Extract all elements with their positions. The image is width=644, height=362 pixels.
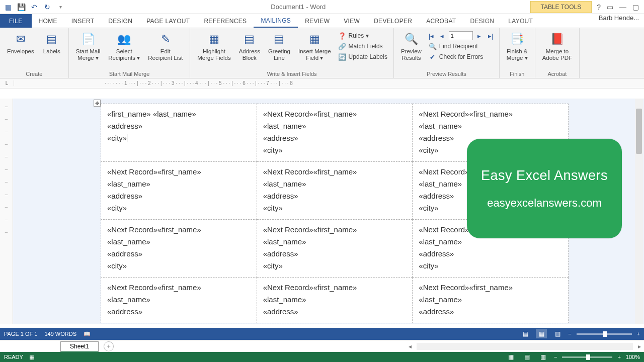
page-indicator[interactable]: PAGE 1 OF 1 bbox=[4, 331, 37, 337]
text-cursor: «city» bbox=[107, 134, 127, 142]
tab-developer[interactable]: DEVELOPER bbox=[367, 14, 419, 28]
label-cell: «Next Record»«first_name»«last_name»«add… bbox=[413, 278, 569, 323]
tab-mailings[interactable]: MAILINGS bbox=[254, 14, 298, 28]
help-icon[interactable]: ? bbox=[597, 3, 601, 11]
horizontal-ruler[interactable]: · · · · · · · 1 · · · | · · · 2 · · · | … bbox=[14, 80, 644, 86]
excel-zoom-thumb[interactable] bbox=[586, 354, 590, 360]
tab-insert[interactable]: INSERT bbox=[64, 14, 102, 28]
normal-view-icon[interactable]: ▦ bbox=[506, 352, 517, 361]
find-recipient-button[interactable]: 🔍Find Recipient bbox=[427, 42, 495, 51]
minimize-icon[interactable]: — bbox=[619, 3, 626, 11]
tab-acrobat[interactable]: ACROBAT bbox=[419, 14, 463, 28]
excel-zoom-slider[interactable] bbox=[562, 356, 612, 358]
zoom-out-icon[interactable]: − bbox=[568, 331, 571, 337]
zoom-slider[interactable] bbox=[577, 333, 632, 335]
address-block-button[interactable]: ▤AddressBlock bbox=[236, 30, 263, 62]
word-count[interactable]: 149 WORDS bbox=[44, 331, 76, 337]
qat-customize-icon[interactable]: ▾ bbox=[54, 1, 66, 13]
envelopes-button[interactable]: ✉Envelopes bbox=[4, 30, 37, 56]
tab-file[interactable]: FILE bbox=[0, 14, 32, 28]
quick-access-toolbar: ▦ 💾 ↶ ↻ ▾ bbox=[0, 1, 66, 13]
group-label-finish: Finish bbox=[504, 70, 531, 77]
title-bar: ▦ 💾 ↶ ↻ ▾ Document1 - Word TABLE TOOLS ?… bbox=[0, 0, 644, 14]
update-labels-button[interactable]: 🔄Update Labels bbox=[336, 52, 389, 61]
group-write-insert: ▦HighlightMerge Fields ▤AddressBlock ▤Gr… bbox=[190, 28, 394, 78]
first-record-icon[interactable]: |◂ bbox=[427, 31, 436, 40]
next-record-icon[interactable]: ▸ bbox=[475, 31, 484, 40]
group-label-start: Start Mail Merge bbox=[73, 70, 186, 77]
rules-button[interactable]: ❓Rules ▾ bbox=[336, 31, 389, 40]
read-mode-icon[interactable]: ▤ bbox=[520, 329, 531, 338]
record-number-input[interactable] bbox=[449, 31, 473, 40]
excel-zoom-in-icon[interactable]: + bbox=[617, 354, 620, 360]
edit-list-icon: ✎ bbox=[157, 31, 174, 47]
match-fields-button[interactable]: 🔗Match Fields bbox=[336, 42, 389, 51]
print-layout-icon[interactable]: ▦ bbox=[536, 329, 547, 338]
tab-review[interactable]: REVIEW bbox=[298, 14, 337, 28]
web-layout-icon[interactable]: ▥ bbox=[552, 329, 563, 338]
preview-results-button[interactable]: 🔍PreviewResults bbox=[398, 30, 425, 62]
group-acrobat: 📕Merge toAdobe PDF Acrobat bbox=[535, 28, 580, 78]
spelling-icon[interactable]: 📖 bbox=[84, 331, 91, 337]
group-label-write: Write & Insert Fields bbox=[194, 70, 389, 77]
tab-page-layout[interactable]: PAGE LAYOUT bbox=[139, 14, 197, 28]
group-finish: 📑Finish &Merge ▾ Finish bbox=[500, 28, 535, 78]
excel-zoom-out-icon[interactable]: − bbox=[554, 354, 557, 360]
highlight-merge-fields-button[interactable]: ▦HighlightMerge Fields bbox=[194, 30, 233, 62]
ready-indicator: READY bbox=[4, 354, 23, 360]
finish-merge-button[interactable]: 📑Finish &Merge ▾ bbox=[504, 30, 531, 62]
labels-icon: ▤ bbox=[44, 31, 60, 47]
edit-recipient-list-button[interactable]: ✎EditRecipient List bbox=[145, 30, 186, 62]
tab-table-layout[interactable]: LAYOUT bbox=[501, 14, 540, 28]
label-cell: «first_name» «last_name» «address» «city… bbox=[101, 104, 257, 162]
title-right: TABLE TOOLS ? ▭ — ▢ bbox=[530, 1, 645, 13]
tab-view[interactable]: VIEW bbox=[337, 14, 367, 28]
label-cell: «Next Record»«first_name»«last_name»«add… bbox=[257, 220, 413, 278]
user-name[interactable]: Barb Hende... bbox=[594, 14, 644, 28]
hscroll-left-icon[interactable]: ◂ bbox=[406, 343, 415, 350]
group-label-preview: Preview Results bbox=[398, 70, 495, 77]
greeting-line-button[interactable]: ▤GreetingLine bbox=[265, 30, 293, 62]
scroll-thumb[interactable] bbox=[636, 109, 642, 154]
new-sheet-icon[interactable]: + bbox=[104, 341, 114, 351]
vertical-ruler[interactable]: ––––––––––– bbox=[0, 99, 13, 324]
hscroll-right-icon[interactable]: ▸ bbox=[635, 343, 644, 350]
tab-design[interactable]: DESIGN bbox=[101, 14, 139, 28]
undo-icon[interactable]: ↶ bbox=[28, 1, 40, 13]
insert-merge-field-button[interactable]: ▦Insert MergeField ▾ bbox=[295, 30, 334, 62]
horizontal-scrollbar[interactable] bbox=[417, 343, 633, 350]
zoom-in-icon[interactable]: + bbox=[637, 331, 640, 337]
zoom-percent[interactable]: 100% bbox=[626, 354, 640, 360]
merge-to-pdf-button[interactable]: 📕Merge toAdobe PDF bbox=[539, 30, 575, 62]
save-icon[interactable]: 💾 bbox=[15, 1, 27, 13]
tab-table-design[interactable]: DESIGN bbox=[463, 14, 501, 28]
maximize-icon[interactable]: ▢ bbox=[632, 3, 639, 11]
word-app-icon[interactable]: ▦ bbox=[2, 1, 14, 13]
vertical-scrollbar[interactable] bbox=[635, 99, 643, 324]
ribbon-display-icon[interactable]: ▭ bbox=[607, 3, 613, 11]
last-record-icon[interactable]: ▸| bbox=[486, 31, 495, 40]
group-label-acrobat: Acrobat bbox=[539, 70, 575, 77]
group-start-mail-merge: 📄Start MailMerge ▾ 👥SelectRecipients ▾ ✎… bbox=[69, 28, 191, 78]
highlight-icon: ▦ bbox=[206, 31, 222, 47]
preview-icon: 🔍 bbox=[403, 31, 419, 47]
badge-title: Easy Excel Answers bbox=[481, 168, 608, 184]
insert-field-icon: ▦ bbox=[306, 31, 323, 47]
redo-icon[interactable]: ↻ bbox=[41, 1, 53, 13]
macro-record-icon[interactable]: ▦ bbox=[29, 354, 34, 360]
rules-icon: ❓ bbox=[338, 32, 346, 40]
start-mail-merge-button[interactable]: 📄Start MailMerge ▾ bbox=[73, 30, 104, 62]
zoom-thumb[interactable] bbox=[603, 331, 607, 337]
labels-button[interactable]: ▤Labels bbox=[39, 30, 64, 56]
page-layout-view-icon[interactable]: ▤ bbox=[522, 352, 533, 361]
table-move-handle-icon[interactable]: ✥ bbox=[94, 100, 101, 107]
page-break-view-icon[interactable]: ▥ bbox=[538, 352, 549, 361]
select-recipients-button[interactable]: 👥SelectRecipients ▾ bbox=[105, 30, 143, 62]
tab-references[interactable]: REFERENCES bbox=[197, 14, 254, 28]
sheet-tab[interactable]: Sheet1 bbox=[60, 341, 99, 352]
label-cell: «Next Record»«first_name»«last_name»«add… bbox=[101, 220, 257, 278]
prev-record-icon[interactable]: ◂ bbox=[438, 31, 447, 40]
check-errors-button[interactable]: ✔Check for Errors bbox=[427, 52, 495, 61]
finish-icon: 📑 bbox=[509, 31, 525, 47]
tab-home[interactable]: HOME bbox=[32, 14, 64, 28]
